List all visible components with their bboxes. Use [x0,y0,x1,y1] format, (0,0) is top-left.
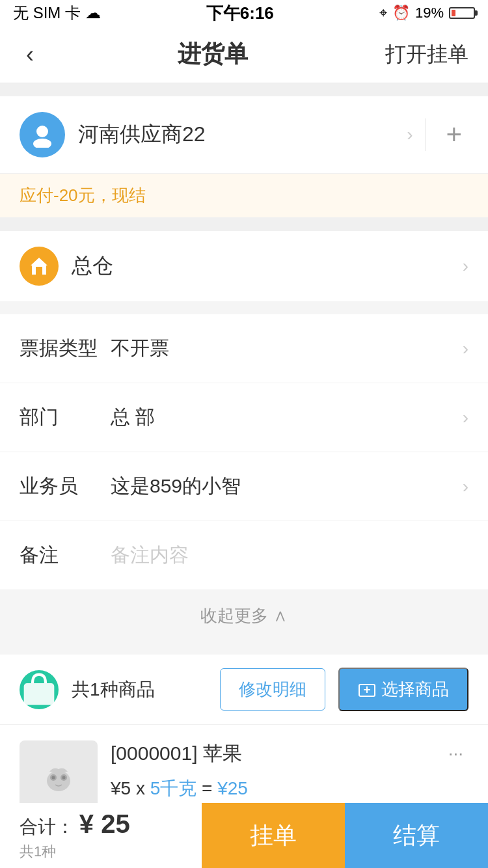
remark-label: 备注 [20,542,111,569]
ticket-type-row[interactable]: 票据类型 不开票 › [0,314,488,383]
supplier-section: 河南供应商22 › + 应付-20元，现结 [0,96,488,218]
remark-row[interactable]: 备注 备注内容 [0,521,488,590]
back-button[interactable]: ‹ [20,34,40,75]
product-image-icon [39,760,78,799]
settle-button[interactable]: 结算 [345,803,488,868]
separator-top [0,83,488,96]
product-code: [0000001] [111,742,197,764]
equals-sign: = [202,778,217,798]
total-info: 合计： ¥ 25 共1种 [0,809,202,861]
total-price: ¥25 [217,778,248,798]
product-info: [0000001] 苹果 ¥5 x 5千克 = ¥25 [111,740,443,801]
ticket-type-chevron-icon: › [463,338,468,359]
product-price: ¥5 x 5千克 = ¥25 [111,776,443,801]
total-row: 合计： ¥ 25 [20,809,182,839]
warehouse-icon [20,247,59,286]
svg-point-10 [52,776,55,780]
product-header: 共1种商品 修改明细 选择商品 [0,655,488,724]
select-product-icon [358,681,376,699]
department-value: 总 部 [111,404,463,431]
house-icon [28,255,50,277]
status-right: ⌖ ⏰ 19% [379,5,475,21]
product-name: [0000001] 苹果 [111,740,443,767]
salesman-row[interactable]: 业务员 这是859的小智 › [0,452,488,521]
vertical-divider [426,118,426,151]
svg-point-7 [47,770,70,791]
edit-detail-button[interactable]: 修改明细 [220,668,325,711]
avatar-icon [29,122,55,148]
salesman-label: 业务员 [20,473,111,500]
multiply-sign: x [136,778,150,798]
warehouse-row[interactable]: 总仓 › [0,231,488,301]
battery-text: 19% [415,5,444,21]
product-icon [20,670,59,709]
department-label: 部门 [20,404,111,431]
sim-status: 无 SIM 卡 ☁ [13,3,101,23]
more-options-button[interactable]: ··· [443,740,468,766]
salesman-value: 这是859的小智 [111,473,463,500]
svg-point-1 [33,139,51,148]
supplier-chevron-icon: › [407,124,413,145]
remark-input[interactable]: 备注内容 [111,542,468,569]
department-row[interactable]: 部门 总 部 › [0,383,488,452]
warehouse-name: 总仓 [72,252,463,280]
svg-point-0 [36,126,48,137]
ticket-type-label: 票据类型 [20,335,111,362]
supplier-name: 河南供应商22 [78,120,407,149]
svg-point-11 [62,776,66,780]
battery-icon [449,7,475,19]
supplier-row[interactable]: 河南供应商22 › + [0,96,488,174]
department-chevron-icon: › [463,407,468,428]
product-count-label: 共1种商品 [72,677,220,702]
warehouse-chevron-icon: › [463,256,468,277]
quantity: 5千克 [150,778,197,798]
total-count: 共1种 [20,842,182,861]
status-bar: 无 SIM 卡 ☁ 下午6:16 ⌖ ⏰ 19% [0,0,488,26]
nav-bar: ‹ 进货单 打开挂单 [0,26,488,83]
total-amount: ¥ 25 [79,809,130,838]
pending-button[interactable]: 挂单 [202,803,345,868]
unit-price: ¥5 [111,778,131,798]
form-section: 票据类型 不开票 › 部门 总 部 › 业务员 这是859的小智 › 备注 备注… [0,314,488,590]
svg-rect-2 [36,267,42,275]
footer-bar: 合计： ¥ 25 共1种 挂单 结算 [0,803,488,868]
total-label: 合计： [20,817,74,837]
location-icon: ⌖ [379,5,387,21]
select-product-button[interactable]: 选择商品 [338,668,468,711]
open-pending-button[interactable]: 打开挂单 [385,40,468,69]
svg-rect-3 [24,683,55,705]
ticket-type-value: 不开票 [111,335,463,362]
separator-supplier [0,218,488,231]
select-product-label: 选择商品 [381,678,449,701]
page-title: 进货单 [178,38,248,70]
alarm-icon: ⏰ [392,5,410,21]
notice-row: 应付-20元，现结 [0,174,488,218]
salesman-chevron-icon: › [463,476,468,497]
status-left: 无 SIM 卡 ☁ [13,3,101,23]
status-time: 下午6:16 [206,2,274,25]
product-title: 苹果 [203,742,242,764]
shopping-icon [20,670,59,709]
warehouse-section: 总仓 › [0,231,488,301]
collapse-bar[interactable]: 收起更多 ∧ [0,590,488,642]
add-button[interactable]: + [439,119,468,150]
supplier-avatar [20,112,65,157]
